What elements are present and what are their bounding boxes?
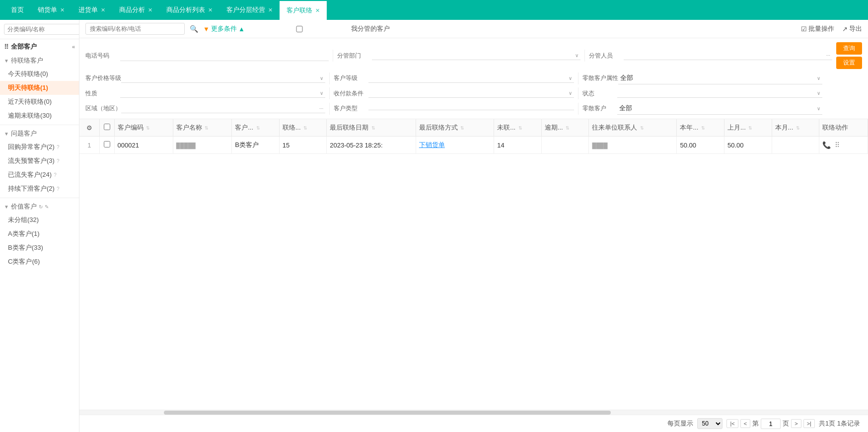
sidebar-item-tomorrow[interactable]: 明天待联络(1)	[0, 81, 79, 95]
phone-input[interactable]	[120, 51, 329, 61]
price-level-select[interactable]: ∨	[121, 74, 325, 83]
close-tab-5-icon[interactable]: ✕	[315, 7, 320, 14]
select-all-checkbox[interactable]	[104, 124, 110, 130]
th-name[interactable]: 客户名称 ⇅	[173, 119, 231, 137]
th-checkbox[interactable]	[99, 119, 114, 137]
th-last-month[interactable]: 上月... ⇅	[724, 119, 772, 137]
th-type[interactable]: 客户... ⇅	[232, 119, 280, 137]
per-page-select[interactable]: 50 100 200	[697, 418, 723, 429]
payment-select[interactable]: ∨	[368, 89, 574, 98]
th-gear[interactable]: ⚙	[79, 119, 99, 137]
sidebar-search-input[interactable]	[4, 24, 79, 35]
retail-customer-select[interactable]: 全部 ∨	[617, 102, 822, 115]
close-tab-2-icon[interactable]: ✕	[148, 7, 152, 13]
dept-select[interactable]: ∨	[372, 51, 580, 60]
nature-select[interactable]: ∨	[120, 89, 325, 98]
th-contact-count[interactable]: 联络... ⇅	[279, 119, 327, 137]
dept-caret: ∨	[575, 53, 579, 58]
th-contact-person[interactable]: 往来单位联系人 ⇅	[589, 119, 677, 137]
nav-tab-1[interactable]: 进货单 ✕	[72, 0, 112, 20]
nav-tab-4[interactable]: 客户分层经营 ✕	[219, 0, 280, 20]
sidebar-item-declining[interactable]: 持续下滑客户(2) ?	[0, 182, 79, 196]
last-page-button[interactable]: >|	[803, 419, 815, 428]
group-label-2[interactable]: ▼ 价值客户 ↻ ✎	[0, 200, 79, 213]
sidebar-item-today[interactable]: 今天待联络(0)	[0, 67, 79, 81]
all-customers-header[interactable]: ⠿ 全部客户 «	[0, 39, 79, 54]
horizontal-scrollbar[interactable]	[79, 410, 868, 415]
help-icon-3[interactable]: ?	[57, 186, 60, 192]
scrollbar-thumb[interactable]	[164, 411, 611, 415]
sidebar-item-ungroped[interactable]: 未分组(32)	[0, 213, 79, 227]
region-label: 区域（地区）	[85, 104, 121, 113]
help-icon-2[interactable]: ?	[54, 172, 57, 178]
help-icon-1[interactable]: ?	[57, 158, 60, 164]
nav-tab-0[interactable]: 销货单 ✕	[31, 0, 72, 20]
th-current-month[interactable]: 本月... ⇅	[772, 119, 819, 137]
th-uncontacted[interactable]: 未联... ⇅	[494, 119, 542, 137]
person-select[interactable]: ···	[624, 51, 832, 60]
grid-action-icon[interactable]: ⠿	[835, 141, 840, 149]
filter-row-1: 电话号码 分管部门 ∨ 分管人员 ···	[85, 42, 862, 69]
edit-icon[interactable]: ✎	[45, 204, 49, 210]
help-icon-0[interactable]: ?	[57, 144, 60, 150]
nav-home[interactable]: 首页	[4, 0, 31, 20]
close-tab-3-icon[interactable]: ✕	[208, 7, 213, 13]
nav-tab-2[interactable]: 商品分析 ✕	[112, 0, 159, 20]
my-customers-checkbox[interactable]	[250, 26, 349, 32]
sidebar-item-7days[interactable]: 近7天待联络(0)	[0, 95, 79, 109]
nav-tab-5[interactable]: 客户联络 ✕	[280, 0, 327, 20]
retail-attr-select[interactable]: 全部 ∨	[618, 72, 822, 84]
sidebar-item-c-class[interactable]: C类客户(6)	[0, 255, 79, 269]
sidebar-item-churn-warn[interactable]: 流失预警客户(3) ?	[0, 154, 79, 168]
status-select[interactable]: ∨	[617, 89, 822, 98]
query-button[interactable]: 查询	[836, 42, 862, 55]
sort-icon-method: ⇅	[460, 126, 464, 131]
close-tab-1-icon[interactable]: ✕	[101, 7, 105, 13]
td-contact-person: ████	[589, 137, 677, 154]
my-customers-checkbox-area[interactable]: 我分管的客户	[250, 24, 390, 33]
prev-page-button[interactable]: <	[740, 419, 750, 428]
batch-ops-button[interactable]: ☑ 批量操作	[801, 24, 834, 33]
th-current-year[interactable]: 本年... ⇅	[677, 119, 724, 137]
th-last-date[interactable]: 最后联络日期 ⇅	[327, 119, 416, 137]
payment-caret: ∨	[569, 90, 572, 96]
sort-icon-type: ⇅	[256, 126, 260, 131]
sidebar-item-a-class[interactable]: A类客户(1)	[0, 227, 79, 241]
row-checkbox-0[interactable]	[104, 141, 110, 147]
content-area: 🔍 ▼ 更多条件 ▲ 我分管的客户 ☑ 批量操作 ↗ 导出	[79, 20, 868, 432]
collapse-icon[interactable]: «	[72, 44, 75, 50]
th-overdue[interactable]: 逾期... ⇅	[541, 119, 589, 137]
nature-caret: ∨	[320, 90, 323, 96]
page-number-input[interactable]	[761, 419, 781, 429]
phone-action-icon[interactable]: 📞	[822, 141, 831, 149]
td-checkbox[interactable]	[99, 137, 114, 154]
filter-actions: 查询 设置	[836, 42, 862, 69]
close-tab-4-icon[interactable]: ✕	[268, 7, 273, 13]
more-filter-button[interactable]: ▼ 更多条件 ▲	[203, 24, 245, 33]
next-page-button[interactable]: >	[791, 419, 801, 428]
search-input[interactable]	[85, 23, 185, 35]
customer-level-select[interactable]: ∨	[368, 74, 574, 83]
export-button[interactable]: ↗ 导出	[842, 24, 862, 33]
sidebar-item-b-class[interactable]: B类客户(33)	[0, 241, 79, 255]
region-select[interactable]: ···	[121, 104, 325, 113]
close-tab-0-icon[interactable]: ✕	[60, 7, 65, 13]
nav-tab-3[interactable]: 商品分析列表 ✕	[159, 0, 219, 20]
sidebar-item-overdue[interactable]: 逾期未联络(30)	[0, 109, 79, 123]
th-code[interactable]: 客户编码 ⇅	[114, 119, 173, 137]
sidebar-item-repurchase[interactable]: 回购异常客户(2) ?	[0, 140, 79, 154]
td-last-month: 50.00	[724, 137, 772, 154]
status-label: 状态	[582, 89, 617, 98]
settings-button[interactable]: 设置	[836, 57, 862, 69]
customer-type-select[interactable]	[368, 107, 574, 110]
td-last-method[interactable]: 下销货单	[416, 137, 494, 154]
first-page-button[interactable]: |<	[726, 419, 738, 428]
th-last-method[interactable]: 最后联络方式 ⇅	[416, 119, 494, 137]
group-label-0[interactable]: ▼ 待联络客户	[0, 54, 79, 67]
refresh-icon[interactable]: ↻	[39, 204, 43, 210]
caret-up-icon: ▲	[238, 25, 245, 33]
divider-1	[0, 125, 79, 125]
sidebar-item-churned[interactable]: 已流失客户(24) ?	[0, 168, 79, 182]
group-label-1[interactable]: ▼ 问题客户	[0, 127, 79, 140]
search-button[interactable]: 🔍	[190, 25, 198, 33]
